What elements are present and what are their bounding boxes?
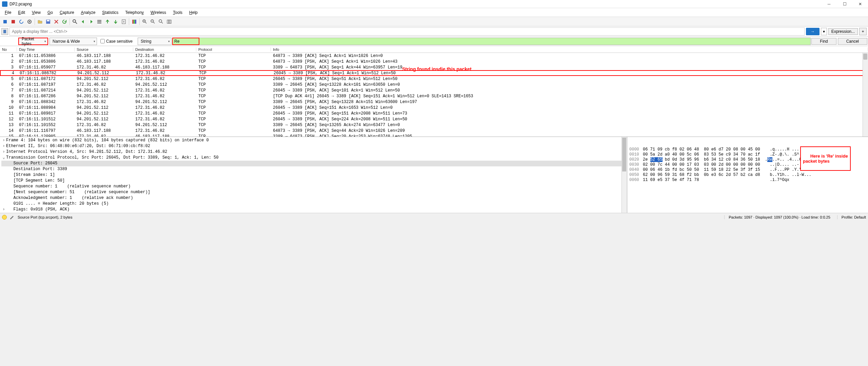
app-icon — [2, 1, 7, 7]
col-no[interactable]: No — [0, 47, 17, 52]
case-sensitive-checkbox[interactable] — [100, 39, 105, 43]
go-first-icon[interactable] — [104, 18, 111, 25]
tree-node[interactable]: Source Port: 26045 — [1, 161, 626, 166]
add-filter-button[interactable]: + — [859, 28, 867, 35]
menu-go[interactable]: Go — [44, 9, 56, 16]
status-packets: Packets: 1097 · Displayed: 1097 (100.0%)… — [724, 215, 830, 219]
hex-line[interactable]: 005062 00 96 59 31 68 f2 bb 0b e3 6c 2d … — [629, 172, 866, 178]
packet-row[interactable]: 1207:16:11.10151294.201.52.112172.31.46.… — [0, 116, 868, 122]
colorize-icon[interactable] — [131, 18, 138, 25]
packet-row[interactable]: 207:16:11.05388646.183.117.188172.31.46.… — [0, 59, 868, 64]
find-icon[interactable] — [71, 18, 79, 25]
reload-icon[interactable] — [61, 18, 68, 25]
tree-node[interactable]: [Stream index: 1] — [1, 172, 626, 178]
expression-button[interactable]: Expression... — [828, 28, 858, 35]
status-bar: Source Port (tcp.srcport), 2 bytes Packe… — [0, 213, 868, 221]
stop-capture-icon[interactable] — [9, 18, 17, 25]
packet-row[interactable]: 1507:16:11.120985172.31.46.8246.183.117.… — [0, 134, 868, 137]
tree-node[interactable]: ›Internet Protocol Version 4, Src: 94.20… — [1, 149, 626, 155]
tree-node[interactable]: ⌄Transmission Control Protocol, Src Port… — [1, 155, 626, 161]
find-button[interactable]: Find — [811, 38, 836, 45]
menu-file[interactable]: File — [1, 9, 15, 16]
open-icon[interactable] — [36, 18, 44, 25]
packet-row[interactable]: 1107:16:11.08981794.201.52.112172.31.46.… — [0, 110, 868, 116]
filter-bookmark-icon[interactable] — [1, 28, 8, 35]
packet-row[interactable]: 1307:16:11.101552172.31.46.8294.201.52.1… — [0, 122, 868, 128]
start-capture-icon[interactable] — [1, 18, 9, 25]
expert-info-icon[interactable] — [2, 215, 7, 220]
menu-edit[interactable]: Edit — [15, 9, 28, 16]
search-charset-dropdown[interactable]: Narrow & Wide — [50, 38, 97, 45]
packet-row[interactable]: 607:16:11.087197172.31.46.8294.201.52.11… — [0, 82, 868, 87]
close-file-icon[interactable] — [53, 18, 60, 25]
apply-filter-icon[interactable]: → — [806, 28, 820, 35]
zoom-out-icon[interactable] — [149, 18, 157, 25]
go-last-icon[interactable] — [112, 18, 119, 25]
filter-history-dropdown[interactable]: ▾ — [821, 28, 827, 35]
display-filter-input[interactable] — [9, 27, 805, 36]
tree-node[interactable]: Acknowledgment number: 1 (relative ack n… — [1, 195, 626, 201]
tree-node[interactable]: Sequence number: 1 (relative sequence nu… — [1, 184, 626, 189]
restart-capture-icon[interactable] — [18, 18, 25, 25]
details-scrollbar[interactable] — [622, 137, 627, 213]
titlebar: DP2.pcapng ─ ☐ ✕ — [0, 0, 868, 8]
packet-row[interactable]: 107:16:11.05388646.183.117.188172.31.46.… — [0, 53, 868, 59]
menu-capture[interactable]: Capture — [56, 9, 78, 16]
cancel-button[interactable]: Cancel — [838, 38, 867, 45]
auto-scroll-icon[interactable] — [120, 18, 127, 25]
menu-statistics[interactable]: Statistics — [99, 9, 122, 16]
search-type-dropdown[interactable]: String — [138, 38, 172, 45]
search-value-input[interactable] — [172, 38, 199, 45]
menu-view[interactable]: View — [28, 9, 44, 16]
go-to-icon[interactable] — [96, 18, 103, 25]
status-profile[interactable]: Profile: Default — [837, 215, 866, 219]
search-scope-dropdown[interactable]: Packet bytes — [18, 38, 48, 45]
col-proto[interactable]: Protocol — [196, 47, 271, 52]
svg-rect-1 — [12, 20, 15, 23]
menu-analyze[interactable]: Analyze — [78, 9, 99, 16]
packet-bytes-panel: 000006 71 09 cb f8 02 06 48 80 e6 d7 20 … — [627, 137, 868, 213]
svg-rect-0 — [3, 20, 7, 23]
col-src[interactable]: Source — [75, 47, 133, 52]
packet-row[interactable]: 1007:16:11.08898494.201.52.112172.31.46.… — [0, 105, 868, 110]
menu-help[interactable]: Help — [186, 9, 201, 16]
menu-tools[interactable]: Tools — [170, 9, 186, 16]
svg-line-23 — [161, 22, 163, 23]
minimize-button[interactable]: ─ — [821, 0, 837, 8]
svg-rect-13 — [134, 20, 135, 24]
menu-telephony[interactable]: Telephony — [122, 9, 147, 16]
go-back-icon[interactable] — [79, 18, 87, 25]
packet-list-scrollbar[interactable] — [863, 53, 868, 137]
col-time[interactable]: Day Time — [17, 47, 75, 52]
tree-node[interactable]: › Flags: 0x018 (PSH, ACK) — [1, 207, 626, 212]
search-input-extension[interactable] — [199, 38, 811, 45]
zoom-in-icon[interactable] — [141, 18, 149, 25]
tree-node[interactable]: Destination Port: 3389 — [1, 166, 626, 172]
options-icon[interactable] — [26, 18, 33, 25]
tree-node[interactable]: ›Frame 4: 104 bytes on wire (832 bits), … — [1, 138, 626, 143]
tree-node[interactable]: [TCP Segment Len: 50] — [1, 178, 626, 184]
hex-line[interactable]: 006011 69 e5 37 5e 4f 71 78 .i.7^Oqx — [629, 178, 866, 183]
packet-row[interactable]: 707:16:11.08721494.201.52.112172.31.46.8… — [0, 87, 868, 93]
packet-row[interactable]: 507:16:11.08717294.201.52.112172.31.46.8… — [0, 76, 868, 82]
svg-rect-27 — [3, 30, 6, 33]
packet-row[interactable]: 807:16:11.08728694.201.52.112172.31.46.8… — [0, 93, 868, 99]
packet-row[interactable]: 1407:16:11.11679746.183.117.188172.31.46… — [0, 128, 868, 134]
menu-wireless[interactable]: Wireless — [147, 9, 170, 16]
close-button[interactable]: ✕ — [852, 0, 868, 8]
col-dst[interactable]: Destination — [133, 47, 196, 52]
tree-node[interactable]: 0101 .... = Header Length: 20 bytes (5) — [1, 201, 626, 207]
save-icon[interactable] — [44, 18, 52, 25]
edit-icon[interactable] — [9, 215, 15, 220]
col-info[interactable]: Info — [271, 47, 868, 52]
packet-details-panel: ›Frame 4: 104 bytes on wire (832 bits), … — [0, 137, 627, 213]
resize-columns-icon[interactable] — [165, 18, 173, 25]
maximize-button[interactable]: ☐ — [837, 0, 852, 8]
zoom-reset-icon[interactable] — [157, 18, 165, 25]
tree-node[interactable]: [Next sequence number: 51 (relative sequ… — [1, 189, 626, 195]
tree-node[interactable]: ›Ethernet II, Src: 06:48:80:e6:d7:20, Ds… — [1, 143, 626, 149]
svg-rect-8 — [97, 20, 101, 21]
go-forward-icon[interactable] — [87, 18, 95, 25]
packet-row[interactable]: 907:16:11.088342172.31.46.8294.201.52.11… — [0, 99, 868, 105]
svg-line-16 — [145, 22, 146, 23]
